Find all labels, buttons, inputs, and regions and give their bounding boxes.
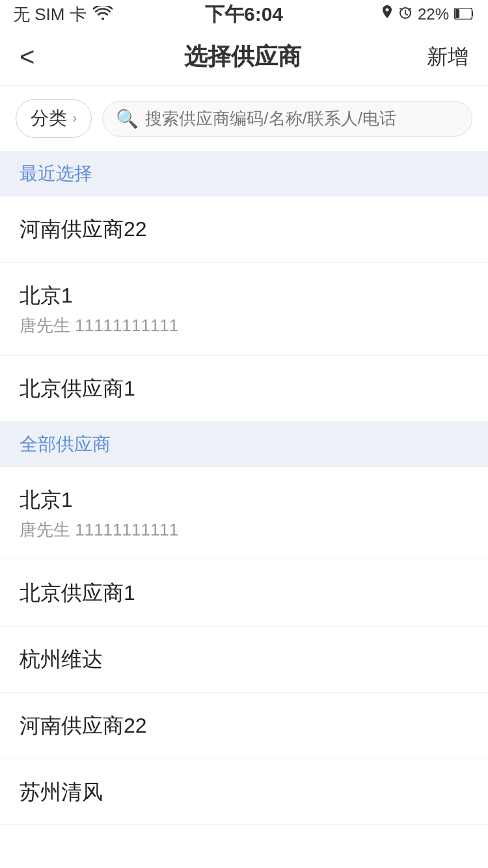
list-item[interactable]: 北京供应商1 (0, 356, 488, 422)
all-section-header: 全部供应商 (0, 422, 488, 467)
list-item[interactable]: 杭州维达 (0, 627, 488, 693)
battery-icon (454, 5, 475, 23)
list-item[interactable]: 河南供应商22 (0, 693, 488, 759)
category-label: 分类 (31, 106, 67, 131)
item-name: 北京1 (20, 485, 468, 515)
status-right: 22% (381, 5, 475, 23)
item-name: 苏州清风 (20, 778, 468, 807)
back-button[interactable]: < (20, 42, 59, 72)
svg-rect-2 (455, 9, 459, 18)
recent-section-label: 最近选择 (20, 163, 92, 183)
search-box[interactable]: 🔍 (102, 101, 472, 137)
wifi-icon (93, 5, 113, 25)
battery-percent: 22% (418, 5, 449, 23)
recent-list: 河南供应商22北京1唐先生 11111111111北京供应商1 (0, 197, 488, 422)
status-left: 无 SIM 卡 (13, 3, 113, 26)
category-button[interactable]: 分类 › (16, 99, 92, 138)
location-icon (381, 5, 393, 23)
item-sub: 唐先生 11111111111 (20, 519, 468, 541)
item-name: 北京供应商1 (20, 578, 468, 608)
all-section-label: 全部供应商 (20, 434, 111, 454)
list-item[interactable]: 河南供应商22 (0, 197, 488, 263)
item-name: 河南供应商22 (20, 215, 468, 244)
list-item[interactable]: 北京1唐先生 11111111111 (0, 263, 488, 356)
status-time: 下午6:04 (205, 1, 283, 28)
item-name: 北京供应商1 (20, 374, 468, 403)
chevron-right-icon: › (72, 110, 77, 127)
item-sub: 唐先生 11111111111 (20, 314, 468, 337)
filter-bar: 分类 › 🔍 (0, 86, 488, 151)
status-bar: 无 SIM 卡 下午6:04 22% (0, 0, 488, 29)
list-item[interactable]: 北京供应商1 (0, 560, 488, 627)
item-name: 河南供应商22 (20, 711, 468, 740)
list-item[interactable]: 北京1唐先生 11111111111 (0, 467, 488, 560)
all-list: 北京1唐先生 11111111111北京供应商1杭州维达河南供应商22苏州清风 (0, 467, 488, 825)
page-title: 选择供应商 (184, 41, 301, 73)
list-item[interactable]: 苏州清风 (0, 759, 488, 826)
search-input[interactable] (145, 109, 459, 129)
item-name: 杭州维达 (20, 645, 468, 674)
item-name: 北京1 (20, 281, 468, 310)
recent-section-header: 最近选择 (0, 151, 488, 197)
no-sim-label: 无 SIM 卡 (13, 3, 87, 26)
nav-bar: < 选择供应商 新增 (0, 29, 488, 86)
search-icon: 🔍 (116, 108, 139, 129)
add-button[interactable]: 新增 (427, 43, 468, 72)
alarm-icon (398, 5, 413, 23)
